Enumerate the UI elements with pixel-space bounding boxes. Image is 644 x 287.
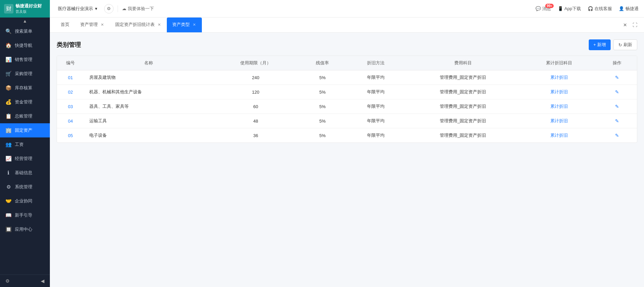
sidebar-item-app-center[interactable]: 🔲 应用中心 [0, 222, 50, 236]
customer-service-button[interactable]: 🎧 在线客服 [588, 6, 612, 12]
customer-service-icon: 🎧 [588, 6, 593, 11]
category-table: 编号 名称 使用期限（月） 残值率 折旧方法 费用科目 累计折旧科目 操作 01… [57, 56, 637, 143]
new-button[interactable]: + 新增 [589, 39, 611, 50]
sidebar-icon-purchase: 🛒 [5, 71, 11, 77]
col-accumulated: 累计折旧科目 [521, 56, 597, 70]
col-residual: 残值率 [298, 56, 347, 70]
sidebar-item-system[interactable]: ⚙ 系统管理 [0, 180, 50, 194]
cell-method-3: 年限平均 [347, 114, 405, 128]
sidebar-label-app-center: 应用中心 [15, 226, 32, 232]
sidebar-label-guide: 新手引导 [15, 212, 32, 218]
sidebar-item-sales[interactable]: 📊 销售管理 [0, 53, 50, 67]
app-download-icon: 📱 [558, 6, 563, 11]
sidebar-menu: 🔍 搜索菜单 🏠 快捷导航 📊 销售管理 🛒 采购管理 📦 库存核算 💰 资金管… [0, 24, 50, 275]
cell-name-3: 运输工具 [84, 114, 213, 128]
cell-action-0[interactable]: ✎ [597, 70, 637, 85]
sidebar-label-quick-nav: 快捷导航 [15, 42, 32, 49]
sidebar-item-payroll[interactable]: 👥 工资 [0, 137, 50, 152]
page-content: 类别管理 + 新增 ↻ 刷新 编号 名称 使用期限（月） 残值率 折旧方法 [50, 33, 644, 287]
cell-id-4: 05 [57, 128, 84, 143]
topbar-right: 💬 消息 99+ 📱 App下载 🎧 在线客服 👤 畅捷通 [535, 6, 639, 12]
cell-action-2[interactable]: ✎ [597, 99, 637, 114]
sidebar-item-basic-info[interactable]: ℹ 基础信息 [0, 166, 50, 180]
sidebar-item-purchase[interactable]: 🛒 采购管理 [0, 67, 50, 81]
sidebar-item-operations[interactable]: 📈 经营管理 [0, 152, 50, 166]
cell-action-4[interactable]: ✎ [597, 128, 637, 143]
cell-accumulated-2: 累计折旧 [521, 99, 597, 114]
sidebar-item-fixed-assets[interactable]: 🏢 固定资产 [0, 123, 50, 137]
topbar-experience[interactable]: ☁ 我要体验一下 [122, 6, 154, 12]
app-download-button[interactable]: 📱 App下载 [558, 6, 581, 12]
edit-icon-0[interactable]: ✎ [615, 75, 619, 80]
cell-accumulated-1: 累计折旧 [521, 85, 597, 99]
cell-action-3[interactable]: ✎ [597, 114, 637, 128]
customer-service-label: 在线客服 [594, 6, 612, 12]
sidebar-icon-search: 🔍 [5, 28, 11, 34]
messages-badge: 99+ [545, 4, 553, 8]
sidebar-label-capital: 资金管理 [15, 99, 32, 105]
edit-icon-3[interactable]: ✎ [615, 118, 619, 124]
sidebar-label-inventory: 库存核算 [15, 85, 32, 91]
cell-method-2: 年限平均 [347, 99, 405, 114]
app-download-label: App下载 [564, 6, 581, 12]
cell-expense-2: 管理费用_固定资产折旧 [405, 99, 521, 114]
tab-asset-mgmt-close[interactable]: ✕ [100, 22, 104, 27]
cell-name-2: 器具、工具、家具等 [84, 99, 213, 114]
sidebar-item-ledger[interactable]: 📋 总账管理 [0, 109, 50, 123]
col-period: 使用期限（月） [213, 56, 298, 70]
cell-expense-1: 管理费用_固定资产折旧 [405, 85, 521, 99]
cell-period-1: 120 [213, 85, 298, 99]
cell-id-2: 03 [57, 99, 84, 114]
tab-asset-mgmt[interactable]: 资产管理 ✕ [75, 18, 110, 32]
sidebar-item-capital[interactable]: 💰 资金管理 [0, 95, 50, 109]
edit-icon-2[interactable]: ✎ [615, 104, 619, 109]
app-edition: 普及版 [16, 9, 42, 14]
sidebar-label-sales: 销售管理 [15, 57, 32, 63]
sidebar-icon-enterprise: 🤝 [5, 198, 11, 204]
tab-asset-type-close[interactable]: ✕ [192, 22, 196, 27]
app-name: 畅捷通好业财 [16, 3, 42, 9]
refresh-button[interactable]: ↻ 刷新 [613, 39, 637, 50]
edit-icon-4[interactable]: ✎ [615, 133, 619, 138]
sidebar-label-payroll: 工资 [15, 141, 24, 148]
cell-action-1[interactable]: ✎ [597, 85, 637, 99]
tab-asset-mgmt-label: 资产管理 [80, 22, 98, 28]
tab-home[interactable]: 首页 [55, 18, 75, 32]
tab-depreciation-label: 固定资产折旧统计表 [115, 22, 155, 28]
cell-expense-3: 管理费用_固定资产折旧 [405, 114, 521, 128]
sidebar-scroll-up[interactable]: ▲ [0, 18, 50, 24]
col-id: 编号 [57, 56, 84, 70]
cell-method-0: 年限平均 [347, 70, 405, 85]
tabbar-maximize-button[interactable]: ⛶ [631, 21, 639, 29]
company-selector[interactable]: 医疗器械行业演示 ▾ [55, 4, 100, 13]
cell-period-4: 36 [213, 128, 298, 143]
tabbar-close-button[interactable]: ✕ [622, 21, 628, 29]
cell-accumulated-3: 累计折旧 [521, 114, 597, 128]
sidebar-label-enterprise: 企业协同 [15, 198, 32, 204]
messages-icon: 💬 [535, 6, 541, 11]
sidebar-item-search[interactable]: 🔍 搜索菜单 [0, 24, 50, 38]
edit-icon-1[interactable]: ✎ [615, 89, 619, 95]
user-avatar[interactable]: 👤 畅捷通 [619, 6, 639, 12]
tab-asset-type[interactable]: 资产类型 ✕ [167, 18, 202, 32]
sidebar-label-fixed-assets: 固定资产 [15, 127, 32, 133]
experience-cloud-icon: ☁ [122, 6, 126, 11]
sidebar-icon-app-center: 🔲 [5, 226, 11, 232]
sidebar-item-inventory[interactable]: 📦 库存核算 [0, 81, 50, 95]
sidebar-label-basic-info: 基础信息 [15, 170, 32, 176]
topbar-settings-button[interactable]: ⚙ [104, 4, 114, 13]
sidebar-icon-payroll: 👥 [5, 141, 11, 148]
topbar: 医疗器械行业演示 ▾ ⚙ ☁ 我要体验一下 💬 消息 99+ 📱 App下载 🎧… [50, 0, 644, 18]
cell-accumulated-0: 累计折旧 [521, 70, 597, 85]
cell-residual-2: 5% [298, 99, 347, 114]
tab-depreciation-close[interactable]: ✕ [157, 22, 161, 27]
user-label: 畅捷通 [625, 6, 639, 12]
sidebar-collapse-button[interactable]: ◀ [41, 278, 44, 284]
sidebar-item-enterprise[interactable]: 🤝 企业协同 [0, 194, 50, 208]
sidebar-item-quick-nav[interactable]: 🏠 快捷导航 [0, 38, 50, 53]
sidebar-item-guide[interactable]: 📖 新手引导 [0, 208, 50, 222]
cell-method-4: 年限平均 [347, 128, 405, 143]
tab-depreciation[interactable]: 固定资产折旧统计表 ✕ [110, 18, 167, 32]
messages-button[interactable]: 💬 消息 99+ [535, 6, 551, 12]
sidebar-settings-button[interactable]: ⚙ [5, 278, 10, 284]
